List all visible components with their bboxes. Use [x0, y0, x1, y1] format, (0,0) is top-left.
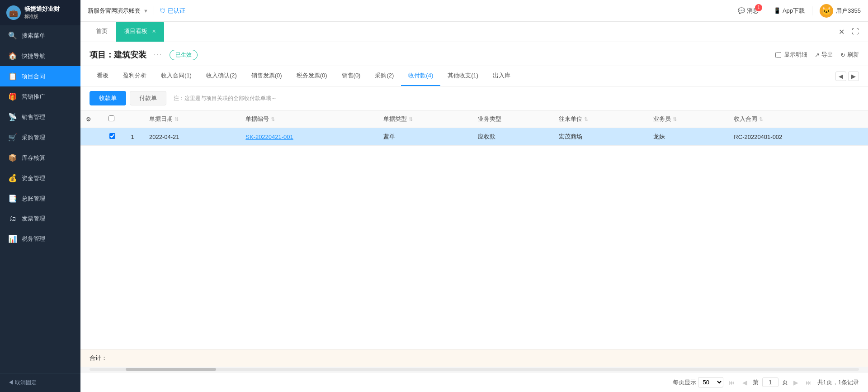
sidebar-item-finance[interactable]: 💰 资金管理 — [0, 168, 80, 188]
row-partner: 宏茂商场 — [553, 128, 648, 146]
export-button[interactable]: ↗ 导出 — [815, 51, 833, 59]
next-page-button[interactable]: ▶ — [792, 378, 800, 387]
subtab-payment[interactable]: 收付款(4) — [401, 66, 440, 86]
page-number-input[interactable] — [762, 378, 778, 387]
show-detail-checkbox[interactable] — [775, 52, 781, 58]
sidebar-item-inventory[interactable]: 📦 库存核算 — [0, 148, 80, 168]
subtab-prev-button[interactable]: ◀ — [835, 72, 846, 81]
app-download-button[interactable]: 📱 App下载 — [774, 7, 805, 15]
marketing-icon: 🎁 — [8, 92, 17, 101]
subtab-profit-label: 盈利分析 — [123, 72, 146, 79]
user-label: 用户3355 — [836, 7, 861, 15]
col-check-header[interactable] — [103, 110, 121, 128]
subtab-inout[interactable]: 出入库 — [486, 66, 518, 86]
subtab-sales[interactable]: 销售(0) — [335, 66, 368, 86]
subtab-other-label: 其他收支(1) — [448, 72, 478, 79]
sidebar-item-label: 发票管理 — [22, 215, 45, 223]
show-detail-toggle[interactable]: 显示明细 — [775, 51, 807, 59]
col-contract-header[interactable]: 收入合同 — [728, 110, 868, 128]
app-version: 标准版 — [24, 14, 60, 20]
sidebar-item-purchase[interactable]: 🛒 采购管理 — [0, 127, 80, 148]
subtab-purchase[interactable]: 采购(2) — [368, 66, 401, 86]
main-area: 新服务官网演示账套 ▼ 🛡 已认证 💬 消息 1 📱 App下载 🐱 用户335… — [80, 0, 868, 392]
subtab-tax-invoice[interactable]: 税务发票(0) — [289, 66, 335, 86]
divider2 — [766, 6, 766, 15]
scrollbar-thumb[interactable] — [126, 368, 216, 371]
first-page-button[interactable]: ⏮ — [727, 378, 737, 387]
col-contract-label: 收入合同 — [734, 115, 757, 122]
certified-status: 🛡 已认证 — [160, 7, 185, 15]
subtab-income-confirm[interactable]: 收入确认(2) — [199, 66, 244, 86]
col-salesperson-header[interactable]: 业务员 — [648, 110, 728, 128]
col-gear-header[interactable]: ⚙ — [80, 110, 103, 128]
sidebar-item-label: 采购管理 — [22, 134, 45, 142]
scrollbar-track — [90, 368, 859, 371]
row-code[interactable]: SK-20220421-001 — [240, 128, 378, 146]
pagination: 每页显示 50 100 200 ⏮ ◀ 第 页 ▶ ⏭ 共1页，1条记录 — [80, 372, 868, 392]
sidebar-item-label: 资金管理 — [22, 174, 45, 182]
col-biztype-label: 业务类型 — [478, 115, 501, 122]
row-biztype: 应收款 — [472, 128, 553, 146]
sidebar-item-label: 营销推广 — [22, 93, 45, 101]
col-partner-header[interactable]: 往来单位 — [553, 110, 648, 128]
select-all-checkbox[interactable] — [108, 115, 114, 121]
tabbar-actions: ✕ ⛶ — [837, 26, 861, 38]
subtab-profit[interactable]: 盈利分析 — [116, 66, 154, 86]
project-header-actions: 显示明细 ↗ 导出 ↻ 刷新 — [775, 51, 859, 59]
certified-label: 已认证 — [168, 7, 185, 15]
gear-icon[interactable]: ⚙ — [86, 116, 91, 123]
finance-icon: 💰 — [8, 174, 17, 182]
search-icon: 🔍 — [8, 31, 17, 40]
project-selector[interactable]: 新服务官网演示账套 ▼ — [88, 7, 148, 15]
divider — [154, 6, 154, 15]
tab-home-label: 首页 — [96, 27, 108, 35]
refresh-label: 刷新 — [847, 51, 859, 59]
project-status-badge: 已生效 — [170, 50, 198, 60]
sidebar-item-project[interactable]: 📋 项目合同 — [0, 66, 80, 86]
sidebar-item-invoice[interactable]: 🗂 发票管理 — [0, 209, 80, 229]
sidebar-item-sales[interactable]: 📡 销售管理 — [0, 107, 80, 127]
unpin-button[interactable]: ◀ 取消固定 — [0, 373, 80, 392]
prev-page-button[interactable]: ◀ — [741, 378, 749, 387]
expand-window-button[interactable]: ⛶ — [850, 26, 861, 38]
row-code-link[interactable]: SK-20220421-001 — [245, 134, 293, 140]
subtab-next-button[interactable]: ▶ — [848, 72, 859, 81]
messages-button[interactable]: 💬 消息 1 — [738, 7, 759, 15]
subtab-kanban[interactable]: 看板 — [90, 66, 116, 86]
col-code-header[interactable]: 单据编号 — [240, 110, 378, 128]
more-options-button[interactable]: ··· — [154, 51, 162, 59]
sidebar-item-search[interactable]: 🔍 搜索菜单 — [0, 25, 80, 46]
last-page-button[interactable]: ⏭ — [804, 378, 814, 387]
subtab-sales-invoice[interactable]: 销售发票(0) — [244, 66, 289, 86]
project-title: 项目：建筑安装 — [90, 49, 146, 60]
sidebar-item-tax[interactable]: 📊 税务管理 — [0, 229, 80, 249]
row-check[interactable] — [103, 128, 121, 146]
per-page-select[interactable]: 50 100 200 — [698, 377, 723, 387]
home-icon: 🏠 — [8, 52, 17, 60]
sidebar-item-marketing[interactable]: 🎁 营销推广 — [0, 86, 80, 107]
col-type-header[interactable]: 单据类型 — [378, 110, 472, 128]
refresh-button[interactable]: ↻ 刷新 — [840, 51, 859, 59]
inner-tab-receipt[interactable]: 收款单 — [90, 91, 126, 105]
table-scrollbar — [80, 367, 868, 372]
tab-project-board[interactable]: 项目看板 ✕ — [116, 22, 164, 42]
row-checkbox[interactable] — [109, 133, 115, 139]
purchase-icon: 🛒 — [8, 133, 17, 142]
inner-tab-payment[interactable]: 付款单 — [130, 91, 166, 105]
tab-home[interactable]: 首页 — [88, 22, 116, 42]
user-button[interactable]: 🐱 用户3355 — [820, 4, 861, 18]
close-window-button[interactable]: ✕ — [837, 26, 846, 38]
sidebar-item-ledger[interactable]: 📑 总账管理 — [0, 188, 80, 209]
project-header: 项目：建筑安装 ··· 已生效 显示明细 ↗ 导出 ↻ 刷新 — [80, 42, 868, 66]
sidebar-item-quicknav[interactable]: 🏠 快捷导航 — [0, 46, 80, 66]
subtab-income-contract[interactable]: 收入合同(1) — [154, 66, 199, 86]
col-date-header[interactable]: 单据日期 — [144, 110, 240, 128]
shield-icon: 🛡 — [160, 7, 166, 14]
table-row[interactable]: 1 2022-04-21 SK-20220421-001 蓝单 应收款 宏茂商场… — [80, 128, 868, 146]
subtab-other[interactable]: 其他收支(1) — [440, 66, 486, 86]
sidebar-item-label: 库存核算 — [22, 154, 45, 162]
sidebar-nav: 🔍 搜索菜单 🏠 快捷导航 📋 项目合同 🎁 营销推广 📡 销售管理 🛒 采购管… — [0, 25, 80, 373]
page-label: 第 — [753, 378, 759, 387]
close-tab-icon[interactable]: ✕ — [152, 29, 156, 34]
inventory-icon: 📦 — [8, 153, 17, 162]
